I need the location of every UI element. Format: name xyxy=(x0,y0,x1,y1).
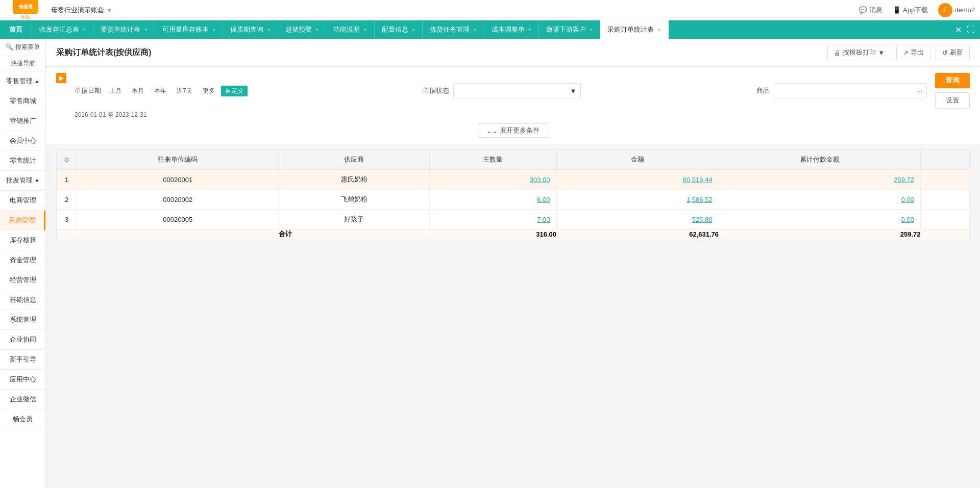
logo-sub: 标版 xyxy=(21,14,30,20)
table-header: ⚙ 往来单位编码 供应商 主数量 金额 累计付款金额 xyxy=(57,150,970,170)
goods-input[interactable]: ··· xyxy=(774,83,927,98)
refresh-label: 刷新 xyxy=(950,48,963,57)
tab-yaoqing[interactable]: 邀请下游客户 × xyxy=(539,20,600,39)
tab-chengben[interactable]: 成本调整单 × xyxy=(484,20,539,39)
row-extra xyxy=(920,190,969,210)
sidebar-item-chang-vip[interactable]: 畅会员 xyxy=(0,409,45,429)
table-row[interactable]: 1 00020001 惠氏奶粉 303.00 60,519.44 259.72 xyxy=(57,170,970,190)
sidebar-item-retail-stats[interactable]: 零售统计 xyxy=(0,151,45,171)
tab-close-all[interactable]: ✕ ⛶ xyxy=(950,25,980,35)
tab-home[interactable]: 首页 xyxy=(0,20,32,39)
col-settings[interactable]: ⚙ xyxy=(57,150,77,170)
sidebar-item-enterprise[interactable]: 企业协同 xyxy=(0,330,45,350)
gear-icon: ⚙ xyxy=(64,156,70,164)
amount-link[interactable]: 525.80 xyxy=(692,216,713,223)
close-icon[interactable]: × xyxy=(144,27,147,33)
sidebar-item-app-center[interactable]: 应用中心 xyxy=(0,370,45,390)
sidebar-item-wholesale[interactable]: 批发管理 ▼ xyxy=(0,171,45,191)
row-qty: 6.00 xyxy=(429,190,556,210)
sidebar-item-retail-manage[interactable]: 零售管理 ▲ xyxy=(0,71,45,91)
tab-baozhiqi[interactable]: 保质期查询 × xyxy=(223,20,278,39)
sidebar-item-operations[interactable]: 经营管理 xyxy=(0,270,45,290)
print-arrow-icon: ▼ xyxy=(878,49,885,57)
sidebar-item-newbie[interactable]: 新手引导 xyxy=(0,350,45,370)
table-row[interactable]: 3 00020005 好孩子 7.00 525.80 0.00 xyxy=(57,210,970,229)
sidebar-item-ecommerce[interactable]: 电商管理 xyxy=(0,191,45,211)
table-footer: 合计 316.00 62,631.76 259.72 xyxy=(57,229,970,239)
refresh-button[interactable]: ↺ 刷新 xyxy=(936,45,970,60)
last-month-button[interactable]: 上月 xyxy=(105,86,126,96)
goods-filter: 商品 ··· xyxy=(756,83,927,98)
more-dates-button[interactable]: 更多 xyxy=(199,86,219,96)
logo: 畅捷通 标版 xyxy=(5,0,46,20)
filter-toggle-button[interactable]: ▶ xyxy=(56,73,66,83)
this-month-button[interactable]: 本月 xyxy=(128,86,148,96)
close-icon[interactable]: × xyxy=(83,27,86,33)
search-menu-button[interactable]: 🔍 搜索菜单 xyxy=(0,39,45,56)
close-icon[interactable]: × xyxy=(212,27,215,33)
row-amount: 525.80 xyxy=(556,210,719,229)
amount-link[interactable]: 1,586.52 xyxy=(687,196,713,203)
sidebar-item-enterprise-wechat[interactable]: 企业微信 xyxy=(0,390,45,409)
query-button[interactable]: 查询 xyxy=(935,73,970,88)
sidebar-item-retail-mall[interactable]: 零售商城 xyxy=(0,91,45,111)
row-no: 2 xyxy=(57,190,77,210)
close-icon[interactable]: × xyxy=(528,27,531,33)
sidebar-item-inventory[interactable]: 库存核算 xyxy=(0,230,45,250)
qty-link[interactable]: 7.00 xyxy=(537,216,550,223)
sidebar-item-members[interactable]: 会员中心 xyxy=(0,131,45,151)
search-menu-label: 搜索菜单 xyxy=(15,43,40,50)
sidebar-item-basics[interactable]: 基础信息 xyxy=(0,290,45,310)
sidebar-item-marketing[interactable]: 营销推广 xyxy=(0,111,45,131)
message-button[interactable]: 💬 消息 xyxy=(859,6,883,15)
tab-jianhuo[interactable]: 拣货任务管理 × xyxy=(423,20,484,39)
close-icon[interactable]: × xyxy=(412,27,415,33)
custom-date-tag[interactable]: 自定义 xyxy=(221,86,248,96)
table-row[interactable]: 2 00020002 飞鹤奶粉 6.00 1,586.52 0.00 xyxy=(57,190,970,210)
username: demo2 xyxy=(954,6,975,14)
sidebar-item-finance[interactable]: 资金管理 xyxy=(0,250,45,270)
tab-keyong[interactable]: 可用量库存账本 × xyxy=(155,20,223,39)
workspace-selector[interactable]: 母婴行业演示账套 ▼ xyxy=(46,6,859,15)
print-button[interactable]: 🖨 按模板打印 ▼ xyxy=(827,45,891,60)
tab-gongneng[interactable]: 功能说明 × xyxy=(326,20,374,39)
expand-filter-area: ⌄⌄ 展开更多条件 xyxy=(56,123,970,138)
message-icon: 💬 xyxy=(859,6,867,14)
status-select[interactable]: ▼ xyxy=(453,83,581,98)
paid-link[interactable]: 0.00 xyxy=(901,216,914,223)
export-button[interactable]: ↗ 导出 xyxy=(896,45,930,60)
row-supplier: 好孩子 xyxy=(279,210,430,229)
paid-link[interactable]: 259.72 xyxy=(894,176,914,184)
sidebar-item-label: 新手引导 xyxy=(10,355,36,364)
tab-shofazun[interactable]: 收发存汇总表 × xyxy=(32,20,93,39)
close-icon[interactable]: × xyxy=(315,27,318,33)
refresh-icon: ↺ xyxy=(942,49,948,57)
close-icon[interactable]: × xyxy=(473,27,476,33)
sidebar-item-system[interactable]: 系统管理 xyxy=(0,310,45,330)
quick-nav-button[interactable]: 快捷导航 xyxy=(0,56,45,71)
main-layout: 🔍 搜索菜单 快捷导航 零售管理 ▲ 零售商城 营销推广 会员中心 零售统计 批… xyxy=(0,39,980,488)
last-7-days-button[interactable]: 近7天 xyxy=(173,86,197,96)
tab-caigou-active[interactable]: 采购订单统计表 × xyxy=(600,20,668,39)
tab-yaohuo[interactable]: 要货单统计表 × xyxy=(93,20,155,39)
app-download-button[interactable]: 📱 App下载 xyxy=(893,6,928,15)
qty-link[interactable]: 6.00 xyxy=(537,196,550,203)
tab-peizhixinxi[interactable]: 配置信息 × xyxy=(375,20,423,39)
this-year-button[interactable]: 本年 xyxy=(150,86,170,96)
close-icon[interactable]: × xyxy=(590,27,593,33)
tab-label: 配置信息 xyxy=(382,25,408,34)
amount-link[interactable]: 60,519.44 xyxy=(683,176,713,184)
settings-button[interactable]: 设置 xyxy=(935,92,970,109)
user-profile[interactable]: E demo2 xyxy=(938,3,975,17)
tab-chaochuyujing[interactable]: 超储预警 × xyxy=(278,20,326,39)
expand-filter-button[interactable]: ⌄⌄ 展开更多条件 xyxy=(478,123,548,138)
sidebar-item-label: 畅会员 xyxy=(13,415,33,424)
close-all-icon: ✕ xyxy=(955,25,962,35)
close-icon[interactable]: × xyxy=(267,27,270,33)
qty-link[interactable]: 303.00 xyxy=(530,176,550,184)
sidebar-item-purchase[interactable]: 采购管理 xyxy=(0,211,45,230)
row-supplier: 飞鹤奶粉 xyxy=(279,190,430,210)
paid-link[interactable]: 0.00 xyxy=(901,196,914,203)
close-icon[interactable]: × xyxy=(657,27,660,33)
close-icon[interactable]: × xyxy=(363,27,366,33)
